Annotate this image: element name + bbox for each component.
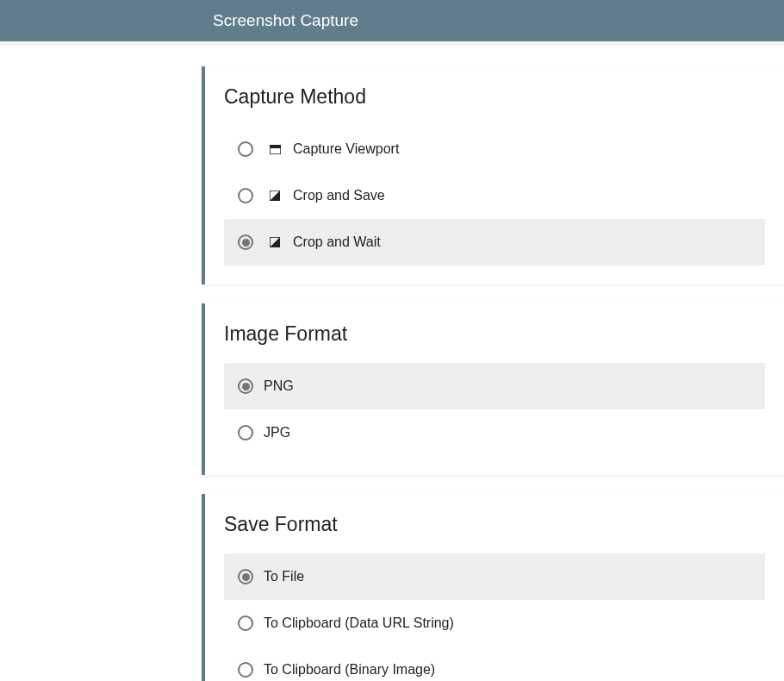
options-capture-method: Capture Viewport Crop and Save: [224, 126, 784, 266]
radio-icon: [238, 234, 253, 250]
section-image-format: Image Format PNG JPG: [202, 303, 784, 475]
svg-rect-1: [270, 145, 281, 148]
option-label: To Clipboard (Data URL String): [264, 615, 454, 631]
radio-icon: [238, 569, 253, 584]
option-label: To File: [264, 569, 304, 584]
option-to-clipboard-url[interactable]: To Clipboard (Data URL String): [224, 600, 765, 647]
option-label: To Clipboard (Binary Image): [264, 662, 435, 678]
option-capture-viewport[interactable]: Capture Viewport: [224, 126, 765, 172]
radio-icon: [238, 378, 253, 394]
radio-icon: [238, 141, 253, 157]
crop-icon: [269, 190, 281, 202]
options-image-format: PNG JPG: [224, 363, 784, 456]
content: Capture Method Capture Viewport: [0, 46, 784, 681]
section-capture-method: Capture Method Capture Viewport: [202, 66, 784, 284]
radio-icon: [238, 425, 253, 440]
option-label: JPG: [264, 425, 290, 440]
section-title-image-format: Image Format: [224, 322, 784, 346]
option-label: Crop and Wait: [293, 234, 381, 250]
option-jpg[interactable]: JPG: [224, 409, 765, 456]
crop-icon: [269, 236, 281, 248]
option-to-clipboard-binary[interactable]: To Clipboard (Binary Image): [224, 647, 765, 681]
header-bar: Screenshot Capture: [0, 0, 784, 41]
section-save-format: Save Format To File To Clipboard (Data U…: [202, 494, 784, 681]
options-save-format: To File To Clipboard (Data URL String) T…: [224, 553, 784, 681]
option-label: Capture Viewport: [293, 141, 399, 157]
section-title-save-format: Save Format: [224, 513, 784, 536]
option-crop-and-save[interactable]: Crop and Save: [224, 172, 765, 219]
viewport-icon: [269, 143, 281, 155]
option-to-file[interactable]: To File: [224, 553, 765, 600]
option-crop-and-wait[interactable]: Crop and Wait: [224, 219, 765, 266]
page-title: Screenshot Capture: [213, 11, 358, 30]
option-label: PNG: [264, 378, 294, 394]
radio-icon: [238, 662, 253, 678]
radio-icon: [238, 188, 253, 203]
section-title-capture-method: Capture Method: [224, 85, 784, 109]
radio-icon: [238, 615, 253, 631]
option-label: Crop and Save: [293, 188, 385, 203]
option-png[interactable]: PNG: [224, 363, 765, 409]
